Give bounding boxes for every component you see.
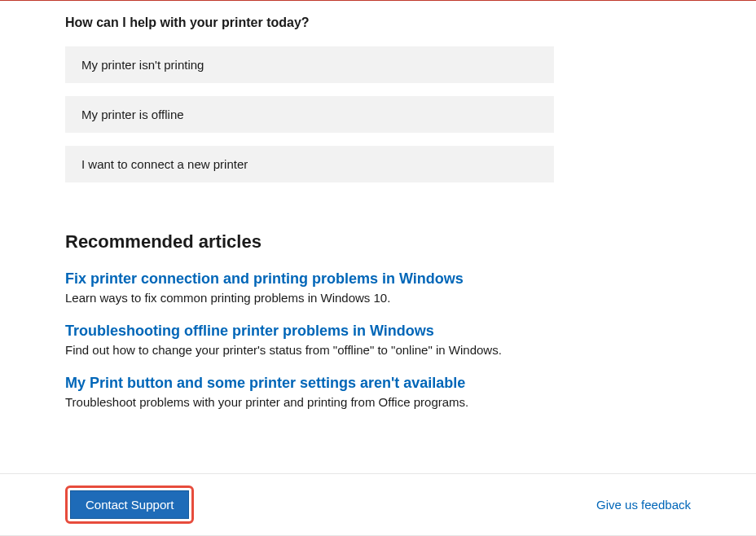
contact-support-button[interactable]: Contact Support <box>70 490 189 519</box>
recommended-articles-heading: Recommended articles <box>65 231 691 253</box>
option-connect-new-printer[interactable]: I want to connect a new printer <box>65 146 554 182</box>
option-printer-offline[interactable]: My printer is offline <box>65 96 554 133</box>
article-description: Learn ways to fix common printing proble… <box>65 291 691 305</box>
prompt-heading: How can I help with your printer today? <box>65 15 691 30</box>
contact-support-highlight: Contact Support <box>65 485 194 524</box>
article-item: My Print button and some printer setting… <box>65 375 691 409</box>
article-list: Fix printer connection and printing prob… <box>65 270 691 409</box>
article-link-print-button-unavailable[interactable]: My Print button and some printer setting… <box>65 375 691 392</box>
main-content: How can I help with your printer today? … <box>0 1 756 409</box>
article-link-troubleshoot-offline[interactable]: Troubleshooting offline printer problems… <box>65 323 691 340</box>
option-printer-not-printing[interactable]: My printer isn't printing <box>65 46 554 83</box>
article-item: Troubleshooting offline printer problems… <box>65 323 691 357</box>
option-list: My printer isn't printing My printer is … <box>65 46 691 182</box>
give-feedback-link[interactable]: Give us feedback <box>596 498 691 512</box>
footer-bar: Contact Support Give us feedback <box>0 473 756 536</box>
article-description: Find out how to change your printer's st… <box>65 343 691 357</box>
article-item: Fix printer connection and printing prob… <box>65 270 691 305</box>
article-description: Troubleshoot problems with your printer … <box>65 395 691 409</box>
article-link-fix-printer-connection[interactable]: Fix printer connection and printing prob… <box>65 270 691 288</box>
